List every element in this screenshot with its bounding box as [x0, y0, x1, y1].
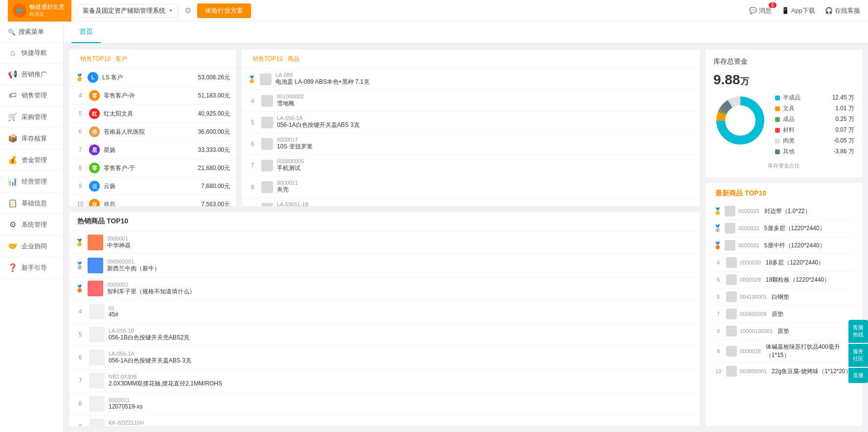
logo-area: 🐦 畅捷通好生意 标准版	[8, 0, 71, 22]
hot-product-name-8: 12070519-xs	[109, 403, 694, 410]
product-info-1: LA-089 电池盖 LA-089 ABS本色+黑种 7.1克	[275, 72, 694, 86]
np-rank-9: 9	[713, 348, 723, 354]
product-code-4: 0000017	[277, 137, 694, 143]
sidebar-item-guide[interactable]: ❓ 新手引导	[0, 257, 63, 279]
product-img-5	[261, 160, 273, 171]
sidebar-item-cooperation[interactable]: 🤝 企业协同	[0, 236, 63, 257]
hot-product-code-8: 0000011	[109, 397, 694, 403]
rank-num-7: 9	[75, 183, 85, 190]
legend-dot-2	[775, 106, 780, 111]
hot-product-name-1: 中华神器	[107, 241, 694, 250]
sidebar-label-finance: 资金管理	[22, 156, 47, 165]
online-service-label: 在线客服	[835, 6, 860, 15]
hot-product-info-5: LA-056-1B 056-1B白色按键开关壳ABS2克	[109, 328, 694, 342]
hot-product-name-9: 花语萌值温分糖罐袋（厚款）	[109, 426, 694, 427]
customer-top10-panel: 销售TOP10 客户 🥇 L LS 客户 53,006.26元	[69, 49, 236, 206]
message-action[interactable]: 💬 消息 6	[749, 6, 772, 15]
hot-rank-5: 5	[75, 331, 85, 338]
legend-item-3: 成品 0.25 万	[775, 115, 854, 123]
np-list-item: 6 004100001 白钢垫	[713, 288, 854, 306]
system-selector[interactable]: 装备及固定资产辅助管理系统 ▼	[77, 4, 179, 18]
np-rank1-medal: 🥇	[713, 207, 722, 215]
product-info-7: LA-59651-1B 59651-1B旋转投影灯电池盒ABS黑色+58克	[277, 201, 694, 206]
headset-icon: 🎧	[825, 7, 833, 14]
list-item: 7 NB2.0X30B 2.0X30MM双摆花轴,摆花直径2.1MM/ROHS	[69, 369, 700, 392]
float-btn-live[interactable]: 直播	[848, 368, 868, 383]
customer-value-4: 36,600.00元	[198, 128, 230, 136]
customer-name-4: 苍南县人民医院	[104, 128, 194, 136]
sidebar-item-system[interactable]: ⚙ 系统管理	[0, 214, 63, 236]
prod-rank-9: 9	[248, 205, 257, 207]
online-service-action[interactable]: 🎧 在线客服	[825, 6, 860, 15]
inventory-title: 库存总资金	[713, 57, 854, 66]
search-menu-item[interactable]: 🔍 搜索菜单	[0, 22, 63, 43]
np-list-item: 🥇 0000033 封边带（1.0*22）	[713, 203, 854, 220]
list-item: 9 云 云扬 7,680.00元	[69, 177, 236, 195]
customer-name-6: 零售客户-于	[104, 164, 194, 172]
logo-text-block: 畅捷通好生意 标准版	[29, 3, 65, 18]
customer-value-1: 53,006.26元	[198, 73, 230, 82]
np-img-3	[725, 240, 735, 251]
np-code-3: 0000031	[738, 242, 759, 248]
legend-value-2: 1.01 万	[835, 104, 854, 113]
list-item: 🥇 0000001 中华神器	[69, 231, 700, 254]
hot-product-img-2	[88, 258, 103, 273]
sidebar-item-inventory[interactable]: 📦 库存核算	[0, 128, 63, 149]
sidebar-item-basic-info[interactable]: 📋 基础信息	[0, 192, 63, 214]
legend-label-5: 肉类	[783, 137, 830, 145]
gear-icon[interactable]: ⚙	[184, 6, 191, 15]
money-icon: 💰	[8, 155, 18, 165]
product-img-2	[261, 95, 273, 107]
sidebar-item-operations[interactable]: 📊 经营管理	[0, 171, 63, 192]
np-code-5: 0000029	[740, 277, 761, 283]
trial-button[interactable]: 体验行业方案	[197, 3, 251, 18]
float-btn-community[interactable]: 服务 社区	[848, 344, 868, 367]
hot-product-img-6	[89, 350, 105, 365]
hot-rank-9: 9	[75, 423, 85, 426]
np-code-4: 0000030	[740, 260, 761, 265]
np-rank3-medal: 🥉	[713, 241, 722, 249]
hot-rank1-medal: 🥇	[75, 239, 84, 246]
hot-rank2-medal: 🥈	[75, 262, 84, 269]
legend-value-5: -0.05 万	[833, 137, 854, 145]
app-download-action[interactable]: 📱 App下载	[781, 6, 815, 15]
list-item: 🥉 0000002 智利车子里（规格不知道填什么）	[69, 277, 700, 300]
list-item: 🥇 LA-089 电池盖 LA-089 ABS本色+黑种 7.1克	[242, 69, 700, 90]
customer-avatar-7: 云	[89, 181, 100, 192]
sidebar-item-purchase[interactable]: 🛒 采购管理	[0, 106, 63, 128]
product-code-6: 0000021	[277, 180, 694, 186]
hot-product-code-6: LA-056-1A	[109, 351, 694, 357]
product-name-2: 雪地靴	[277, 99, 694, 108]
list-item: 6 0000017 10S 变扭罗浆	[242, 133, 700, 155]
hot-product-name-7: 2.0X30MM双摆花轴,摆花直径2.1MM/ROHS	[109, 380, 694, 388]
sidebar-item-marketing[interactable]: 📢 营销推广	[0, 64, 63, 85]
float-btn-service[interactable]: 客服 热线	[848, 320, 868, 343]
svg-point-6	[727, 107, 754, 134]
hot-rank3-medal: 🥉	[75, 285, 84, 292]
prod-rank-5: 5	[248, 119, 257, 126]
tab-home[interactable]: 首页	[71, 22, 101, 43]
header-right: 💬 消息 6 📱 App下载 🎧 在线客服	[749, 6, 860, 15]
sidebar-item-finance[interactable]: 💰 资金管理	[0, 149, 63, 171]
box-icon: 📦	[8, 134, 18, 143]
legend-dot-3	[775, 117, 780, 122]
legend-value-1: 12.45 万	[832, 94, 854, 102]
prod-rank-4: 4	[248, 97, 257, 104]
sidebar-item-sales[interactable]: 🏷 销售管理	[0, 85, 63, 106]
hot-product-img-3	[88, 281, 103, 296]
list-item: 6 杏 苍南县人民医院 36,600.00元	[69, 123, 236, 141]
hot-product-info-1: 0000001 中华神器	[107, 236, 694, 250]
hot-product-code-5: LA-056-1B	[109, 328, 694, 334]
np-img-1	[725, 206, 735, 216]
np-img-2	[725, 223, 735, 234]
legend-value-3: 0.25 万	[835, 115, 854, 123]
sidebar-item-quick-nav[interactable]: ⌂ 快捷导航	[0, 43, 63, 64]
prod-rank1-medal: 🥇	[248, 75, 256, 83]
np-list-item: 5 0000029 18颗粒板（1220*2440）	[713, 271, 854, 288]
legend-dot-6	[775, 149, 780, 154]
sidebar-label-inventory: 库存核算	[22, 134, 47, 143]
legend-item-1: 半成品 12.45 万	[775, 94, 854, 102]
hot-product-info-9: KK-SD22110H 花语萌值温分糖罐袋（厚款）	[109, 420, 694, 427]
customer-value-6: 21,680.00元	[198, 164, 230, 172]
product-name-6: 夹壳	[277, 186, 694, 194]
